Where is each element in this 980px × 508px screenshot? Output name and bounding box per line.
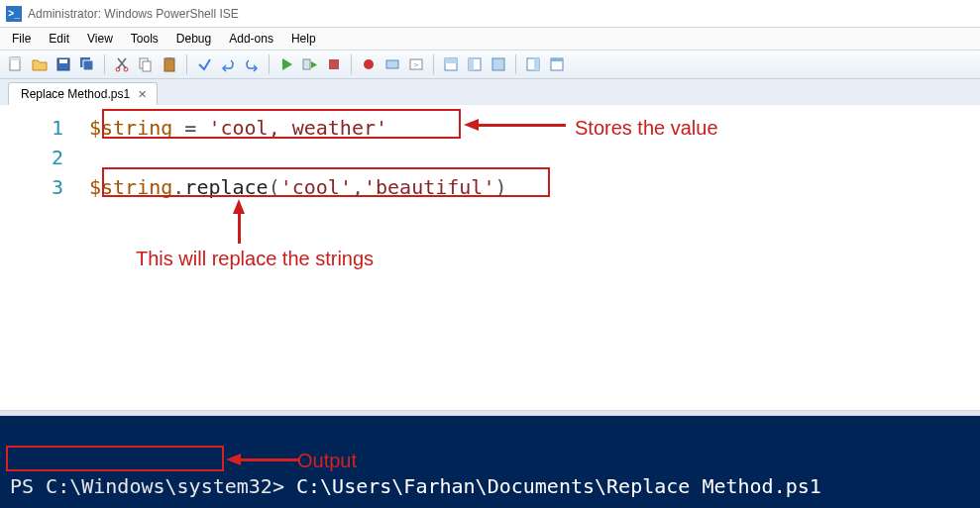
svg-rect-22 (492, 58, 504, 70)
file-tab[interactable]: Replace Method.ps1 ✕ (8, 82, 158, 105)
paste-button[interactable] (160, 54, 179, 74)
svg-rect-21 (469, 58, 474, 70)
arrow-stores (464, 123, 563, 137)
tab-close-icon[interactable]: ✕ (138, 88, 147, 101)
layout-side-button[interactable] (465, 54, 485, 74)
svg-rect-19 (445, 58, 457, 63)
toolbar-separator (104, 54, 105, 74)
powershell-tab-button[interactable]: ＞ (406, 54, 426, 74)
breakpoint-button[interactable] (359, 54, 379, 74)
menu-addons[interactable]: Add-ons (221, 30, 281, 48)
annotation-output: Output (297, 448, 357, 473)
console-pane[interactable]: PS C:\Windows\system32> C:\Users\Farhan\… (0, 416, 980, 508)
svg-rect-13 (329, 59, 339, 69)
annotation-replace-strings: This will replace the strings (136, 244, 374, 273)
toolbar-separator (186, 54, 187, 74)
toolbar-separator (433, 54, 434, 74)
layout-full-button[interactable] (489, 54, 508, 74)
annotation-box-line1 (102, 109, 461, 139)
line-number: 2 (0, 143, 63, 172)
open-button[interactable] (30, 54, 50, 74)
svg-rect-3 (59, 59, 67, 63)
menubar: File Edit View Tools Debug Add-ons Help (0, 28, 980, 50)
remote-button[interactable] (382, 54, 402, 74)
svg-rect-1 (10, 57, 20, 60)
annotation-box-line3 (102, 167, 550, 197)
run-selection-button[interactable] (300, 54, 320, 74)
menu-file[interactable]: File (4, 30, 39, 48)
toolbar: ＞ (0, 50, 980, 79)
copy-button[interactable] (136, 54, 156, 74)
new-button[interactable] (6, 54, 26, 74)
svg-rect-26 (551, 58, 563, 61)
annotation-stores-value: Stores the value (575, 113, 718, 143)
svg-rect-11 (166, 57, 172, 60)
run-button[interactable] (276, 54, 296, 74)
svg-point-14 (364, 59, 374, 69)
toolbar-separator (515, 54, 516, 74)
menu-help[interactable]: Help (283, 30, 324, 48)
show-addon-button[interactable] (547, 54, 567, 74)
save-button[interactable] (54, 54, 73, 74)
tab-label: Replace Method.ps1 (21, 87, 130, 101)
arrow-output (226, 457, 295, 471)
line-number: 1 (0, 113, 63, 143)
line-number: 3 (0, 172, 63, 202)
cut-button[interactable] (112, 54, 132, 74)
redo-button[interactable] (242, 54, 262, 74)
svg-rect-12 (303, 59, 310, 69)
layout-script-button[interactable] (441, 54, 461, 74)
svg-rect-24 (534, 58, 539, 70)
clear-button[interactable] (194, 54, 214, 74)
menu-view[interactable]: View (79, 30, 121, 48)
arrow-replace (237, 199, 251, 241)
titlebar: >_ Administrator: Windows PowerShell ISE (0, 0, 980, 28)
menu-debug[interactable]: Debug (168, 30, 219, 48)
script-editor[interactable]: 1 2 3 $string = 'cool, weather' $string.… (0, 105, 980, 410)
save-all-button[interactable] (77, 54, 97, 74)
menu-tools[interactable]: Tools (123, 30, 166, 48)
app-icon: >_ (6, 6, 22, 22)
console-line-1: PS C:\Windows\system32> C:\Users\Farhan\… (10, 473, 970, 499)
toolbar-separator (269, 54, 270, 74)
svg-rect-15 (386, 60, 398, 68)
stop-button[interactable] (324, 54, 344, 74)
svg-rect-5 (83, 60, 93, 70)
tabstrip: Replace Method.ps1 ✕ (0, 79, 980, 105)
svg-rect-9 (143, 61, 151, 71)
line-gutter: 1 2 3 (0, 105, 89, 410)
show-command-button[interactable] (523, 54, 543, 74)
undo-button[interactable] (218, 54, 238, 74)
svg-text:＞: ＞ (412, 60, 420, 69)
toolbar-separator (351, 54, 352, 74)
window-title: Administrator: Windows PowerShell ISE (28, 7, 239, 21)
annotation-box-output (6, 446, 224, 471)
menu-edit[interactable]: Edit (41, 30, 77, 48)
